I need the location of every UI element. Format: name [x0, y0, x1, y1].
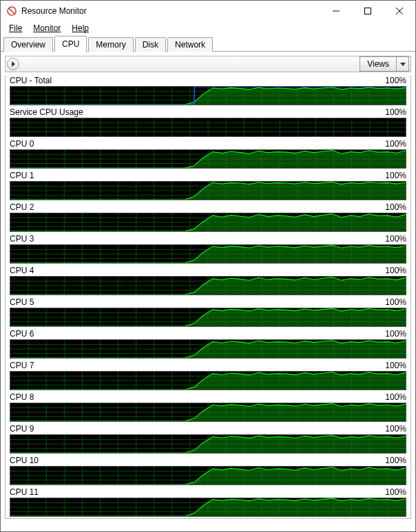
views-label[interactable]: Views	[360, 56, 397, 72]
chart-graph	[10, 181, 406, 200]
chart-graph	[10, 403, 406, 422]
chart-name: CPU 6	[10, 329, 385, 339]
chart-name: CPU - Total	[10, 76, 385, 85]
maximize-button[interactable]	[352, 1, 384, 21]
svg-line-1	[9, 8, 14, 14]
chart-row: CPU 4100%	[6, 265, 410, 297]
chart-scale: 100%	[385, 424, 406, 434]
minimize-button[interactable]	[320, 1, 352, 21]
chart-name: Service CPU Usage	[10, 107, 385, 117]
menu-file[interactable]: File	[3, 23, 28, 34]
chart-graph	[10, 276, 406, 295]
chart-graph	[10, 371, 406, 390]
chart-name: CPU 8	[10, 392, 385, 402]
chart-header: CPU 9100%	[6, 423, 410, 434]
chart-row: CPU 11100%	[6, 487, 410, 518]
chart-header: CPU 3100%	[6, 233, 410, 244]
chart-scale: 100%	[385, 139, 406, 149]
svg-marker-7	[400, 63, 406, 66]
chart-name: CPU 4	[10, 266, 385, 275]
charts-panel: CPU - Total100%Service CPU Usage100%CPU …	[5, 75, 411, 519]
chart-scale: 100%	[385, 266, 406, 275]
menu-help[interactable]: Help	[66, 23, 94, 34]
chart-graph	[10, 149, 406, 169]
chart-row: CPU - Total100%	[6, 75, 410, 107]
chart-graph	[10, 434, 406, 454]
chart-scale: 100%	[385, 234, 406, 244]
tab-strip: Overview CPU Memory Disk Network	[1, 35, 415, 52]
chart-row: CPU 0100%	[6, 138, 410, 170]
chart-row: CPU 9100%	[6, 423, 410, 455]
chart-name: CPU 3	[10, 234, 385, 244]
chart-scale: 100%	[385, 107, 406, 117]
chart-row: CPU 5100%	[6, 297, 410, 328]
chart-header: CPU 11100%	[6, 487, 410, 498]
chart-graph	[10, 339, 406, 359]
views-dropdown[interactable]: Views	[360, 56, 409, 72]
chart-header: CPU - Total100%	[6, 75, 410, 86]
tab-memory[interactable]: Memory	[88, 37, 133, 52]
chart-header: CPU 1100%	[6, 170, 410, 181]
titlebar[interactable]: Resource Monitor	[1, 1, 415, 21]
chart-graph	[10, 244, 406, 264]
chart-graph	[10, 308, 406, 327]
chart-graph	[10, 118, 406, 137]
chart-name: CPU 2	[10, 202, 385, 212]
chart-name: CPU 11	[10, 487, 385, 497]
chart-row: CPU 2100%	[6, 202, 410, 233]
chart-scale: 100%	[385, 329, 406, 339]
svg-marker-6	[12, 61, 15, 67]
chart-scale: 100%	[385, 297, 406, 307]
chart-header: CPU 0100%	[6, 138, 410, 149]
chart-row: CPU 6100%	[6, 328, 410, 360]
chart-scale: 100%	[385, 76, 406, 85]
chart-scale: 100%	[385, 392, 406, 402]
app-icon	[6, 6, 17, 17]
chart-row: CPU 3100%	[6, 233, 410, 265]
menubar: File Monitor Help	[1, 21, 415, 35]
chart-scale: 100%	[385, 202, 406, 212]
chart-graph	[10, 213, 406, 232]
chart-scale: 100%	[385, 487, 406, 497]
chart-scale: 100%	[385, 171, 406, 180]
chart-row: CPU 1100%	[6, 170, 410, 202]
chart-name: CPU 10	[10, 456, 385, 465]
chart-name: CPU 9	[10, 424, 385, 434]
chart-row: CPU 7100%	[6, 360, 410, 392]
chart-header: CPU 5100%	[6, 297, 410, 308]
chart-name: CPU 7	[10, 361, 385, 370]
chart-row: Service CPU Usage100%	[6, 107, 410, 138]
tab-cpu[interactable]: CPU	[54, 36, 87, 52]
chart-row: CPU 8100%	[6, 392, 410, 423]
window-frame: Resource Monitor File Monitor Help Overv…	[0, 0, 416, 532]
chart-graph	[10, 498, 406, 517]
chart-header: CPU 4100%	[6, 265, 410, 276]
tab-disk[interactable]: Disk	[135, 37, 166, 52]
chart-scale: 100%	[385, 456, 406, 465]
chart-header: CPU 6100%	[6, 328, 410, 339]
tab-overview[interactable]: Overview	[3, 37, 53, 52]
section-toolbar: Views	[5, 56, 411, 72]
chart-graph	[10, 86, 406, 105]
chart-header: Service CPU Usage100%	[6, 107, 410, 118]
chart-header: CPU 10100%	[6, 455, 410, 466]
window-title: Resource Monitor	[21, 6, 87, 16]
chart-header: CPU 2100%	[6, 202, 410, 213]
close-button[interactable]	[384, 1, 415, 21]
chart-header: CPU 8100%	[6, 392, 410, 403]
svg-rect-3	[365, 8, 371, 14]
chart-scale: 100%	[385, 361, 406, 370]
views-chevron-icon[interactable]	[397, 56, 409, 72]
menu-monitor[interactable]: Monitor	[28, 23, 66, 34]
chart-name: CPU 0	[10, 139, 385, 149]
tab-network[interactable]: Network	[167, 37, 213, 52]
chart-row: CPU 10100%	[6, 455, 410, 487]
chart-name: CPU 1	[10, 171, 385, 180]
chart-graph	[10, 466, 406, 485]
chart-name: CPU 5	[10, 297, 385, 307]
chart-header: CPU 7100%	[6, 360, 410, 371]
expand-button[interactable]	[7, 58, 19, 70]
